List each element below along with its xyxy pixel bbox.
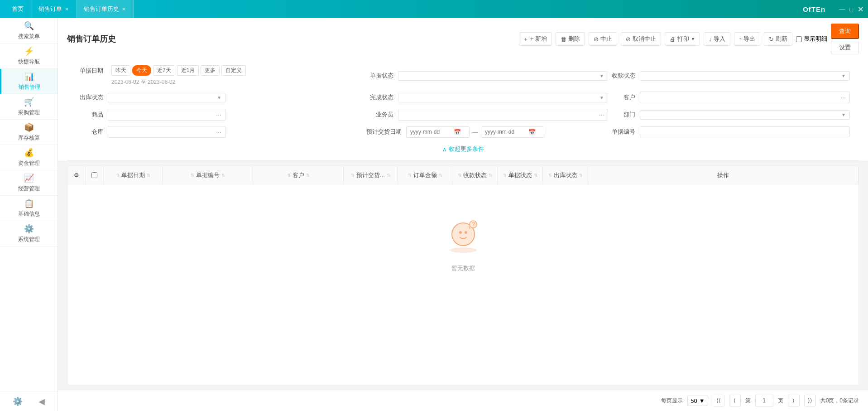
sidebar-item-finance[interactable]: 💰 资金管理 — [0, 145, 58, 170]
purchase-icon: 🛒 — [24, 97, 34, 107]
payment-status-label: 收款状态 — [608, 72, 640, 80]
th-delivery[interactable]: ⇅ 预计交货... ⇅ — [344, 166, 398, 184]
customer-input: ··· — [640, 92, 850, 103]
collapse-sidebar-icon[interactable]: ◀ — [38, 396, 45, 406]
export-button[interactable]: ↑ 导出 — [734, 32, 761, 46]
complete-arrow: ▼ — [599, 95, 604, 100]
tab-sales-order-history[interactable]: 销售订单历史 ✕ — [77, 0, 134, 18]
salesman-more-icon[interactable]: ··· — [599, 111, 604, 118]
sidebar-item-inventory[interactable]: 📦 库存核算 — [0, 120, 58, 145]
tab-home[interactable]: 首页 — [5, 0, 31, 18]
sidebar-item-system[interactable]: ⚙️ 系统管理 — [0, 221, 58, 247]
select-all-checkbox[interactable] — [91, 172, 97, 178]
print-button[interactable]: 🖨 打印 ▼ — [665, 32, 700, 46]
sales-icon: 📊 — [24, 72, 34, 82]
delete-icon: 🗑 — [561, 36, 566, 43]
delivery-end-cal-icon[interactable]: 📅 — [528, 129, 536, 135]
customer-text-field[interactable] — [644, 94, 840, 101]
th-checkbox[interactable] — [86, 166, 104, 184]
th-settings[interactable]: ⚙ — [67, 166, 86, 184]
sidebar-item-quick-nav[interactable]: ⚡ 快捷导航 — [0, 44, 58, 69]
sort-delivery-icon: ⇅ — [351, 173, 355, 178]
date-btn-more[interactable]: 更多 — [201, 65, 220, 76]
close-history-tab[interactable]: ✕ — [122, 6, 126, 12]
cancel-stop-button[interactable]: ⊘ 取消中止 — [621, 32, 661, 46]
date-btn-custom[interactable]: 自定义 — [221, 65, 246, 76]
date-btn-yesterday[interactable]: 昨天 — [111, 65, 130, 76]
warehouse-more-icon[interactable]: ··· — [216, 128, 221, 135]
th-payment-status[interactable]: ⇅ 收款状态 ⇅ — [452, 166, 498, 184]
sidebar-item-sales[interactable]: 📊 销售管理 — [0, 69, 58, 94]
settings-button[interactable]: 设置 — [831, 41, 859, 54]
page-number-input[interactable] — [755, 395, 773, 406]
dept-select[interactable]: ▼ — [640, 110, 850, 120]
th-date[interactable]: ⇅ 单据日期 ⇅ — [104, 166, 163, 184]
print-icon: 🖨 — [670, 36, 676, 43]
empty-state: ? 暂无数据 — [67, 184, 858, 300]
close-sales-order-tab[interactable]: ✕ — [65, 6, 69, 12]
close-window-button[interactable]: ✕ — [858, 5, 863, 14]
complete-select[interactable]: ▼ — [398, 93, 608, 102]
delivery-end-date: 📅 — [481, 126, 544, 138]
th-amount[interactable]: ⇅ 订单金额 ⇅ — [398, 166, 452, 184]
delivery-start-cal-icon[interactable]: 📅 — [454, 129, 461, 135]
customer-more-icon[interactable]: ··· — [840, 94, 846, 101]
filter-row-4: 仓库 ··· 预计交货日期 📅 — — [76, 126, 850, 138]
maximize-button[interactable]: □ — [849, 6, 853, 13]
date-btn-1month[interactable]: 近1月 — [177, 65, 199, 76]
query-settings-group: 查询 设置 — [831, 24, 859, 54]
filter-docno-col: 单据编号 — [608, 126, 850, 137]
page-suffix: 页 — [778, 397, 783, 405]
dept-label: 部门 — [608, 111, 640, 119]
sidebar-item-business[interactable]: 📈 经营管理 — [0, 170, 58, 196]
date-range-display: 2023-06-02 至 2023-06-02 — [111, 78, 175, 86]
sidebar-item-search[interactable]: 🔍 搜索菜单 — [0, 18, 58, 44]
sidebar: 🔍 搜索菜单 ⚡ 快捷导航 📊 销售管理 🛒 采购管理 📦 库存核算 💰 资金管… — [0, 18, 58, 411]
delivery-end-input[interactable] — [485, 129, 526, 135]
collapse-filter-row[interactable]: ∧ 收起更多条件 — [76, 143, 850, 155]
goods-text-field[interactable] — [112, 111, 216, 118]
page-size-select[interactable]: 50 ▼ — [687, 396, 708, 406]
last-page-button[interactable]: ⟩⟩ — [804, 395, 816, 406]
prev-page-button[interactable]: ⟨ — [729, 395, 741, 406]
refresh-button[interactable]: ↻ 刷新 — [764, 32, 792, 46]
filter-dept-col: 部门 ▼ — [608, 110, 850, 120]
th-doc-status[interactable]: ⇅ 单据状态 ⇅ — [498, 166, 543, 184]
stop-button[interactable]: ⊘ 中止 — [589, 32, 617, 46]
first-page-button[interactable]: ⟨⟨ — [713, 395, 724, 406]
basic-info-icon: 📋 — [24, 198, 34, 208]
import-button[interactable]: ↓ 导入 — [704, 32, 730, 46]
sidebar-item-purchase[interactable]: 🛒 采购管理 — [0, 94, 58, 120]
delete-button[interactable]: 🗑 删除 — [556, 32, 585, 46]
goods-more-icon[interactable]: ··· — [216, 111, 221, 118]
payment-status-select[interactable]: ▼ — [640, 71, 850, 81]
new-button[interactable]: + + 新增 — [519, 32, 552, 46]
tab-sales-order[interactable]: 销售订单 ✕ — [31, 0, 77, 18]
th-customer[interactable]: ⇅ 客户 ⇅ — [253, 166, 344, 184]
outbound-select[interactable]: ▼ — [108, 93, 225, 102]
sidebar-item-basic-info[interactable]: 📋 基础信息 — [0, 196, 58, 221]
doc-status-select[interactable]: ▼ — [398, 71, 608, 81]
th-number[interactable]: ⇅ 单据编号 ⇅ — [163, 166, 253, 184]
delivery-start-input[interactable] — [410, 129, 451, 135]
refresh-icon: ↻ — [769, 36, 774, 43]
display-detail-checkbox[interactable] — [796, 36, 802, 42]
query-button[interactable]: 查询 — [831, 24, 859, 39]
salesman-text-field[interactable] — [402, 111, 599, 118]
sort-outbound-icon: ⇅ — [548, 173, 552, 178]
th-outbound-status[interactable]: ⇅ 出库状态 ⇅ — [543, 166, 588, 184]
system-icon: ⚙️ — [24, 224, 34, 234]
date-btn-today[interactable]: 今天 — [132, 65, 151, 76]
settings-bottom-icon[interactable]: ⚙️ — [13, 396, 23, 406]
filter-payment-status-col: 收款状态 ▼ — [608, 71, 850, 81]
next-page-button[interactable]: ⟩ — [788, 395, 800, 406]
docno-text-field[interactable] — [644, 129, 846, 135]
date-btn-7days[interactable]: 近7天 — [153, 65, 175, 76]
customer-label: 客户 — [608, 93, 640, 102]
page-title-row: 销售订单历史 + + 新增 🗑 删除 ⊘ 中止 ⊘ — [67, 24, 859, 54]
warehouse-text-field[interactable] — [112, 129, 216, 135]
sort-customer-icon: ⇅ — [287, 173, 291, 178]
inventory-icon: 📦 — [24, 122, 34, 132]
filter-warehouse-col: 仓库 ··· — [76, 126, 366, 138]
minimize-button[interactable]: — — [839, 6, 845, 13]
